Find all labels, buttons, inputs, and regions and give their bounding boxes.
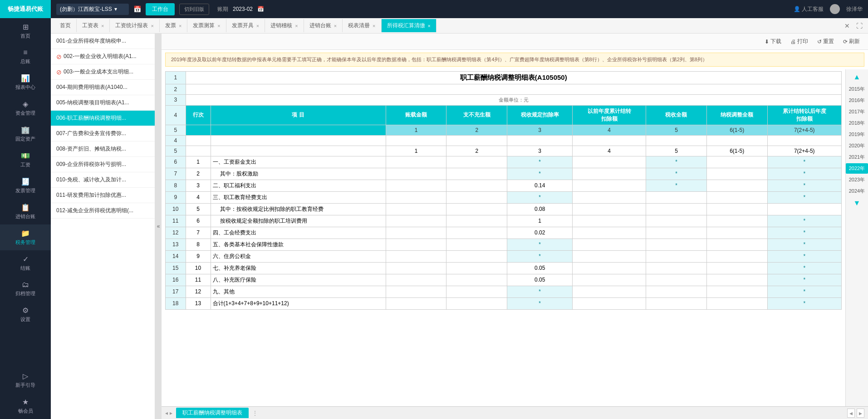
left-item-004[interactable]: 004-期间费用明细表(A1040... xyxy=(51,80,155,95)
tab-income-tax-close[interactable]: × xyxy=(428,23,431,29)
cell-16-I[interactable]: * xyxy=(767,274,841,286)
cell-14-F[interactable] xyxy=(573,250,646,262)
cell-13-C[interactable] xyxy=(386,239,446,250)
cell-16-G[interactable] xyxy=(646,274,707,286)
year-2022[interactable]: 2022年 xyxy=(846,163,868,174)
cell-17-H[interactable] xyxy=(706,286,767,297)
collapse-button[interactable]: « xyxy=(155,34,162,419)
item-9[interactable]: 三、职工教育经费支出 xyxy=(211,191,386,203)
tab-taxbook-close[interactable]: × xyxy=(373,23,375,29)
cell-18-H[interactable] xyxy=(706,297,767,309)
cell-7-F[interactable] xyxy=(573,168,646,180)
nav-right-icon[interactable]: ▸ xyxy=(170,410,172,416)
tab-salary-sheet[interactable]: 工资表 × xyxy=(77,19,110,32)
tab-invoice-close[interactable]: × xyxy=(179,23,181,29)
item-18[interactable]: 合计(1+3+4+7+8+9+10+11+12) xyxy=(211,297,386,309)
left-item-006[interactable]: 006-职工薪酬纳税调整明细... xyxy=(51,111,155,126)
cell-10-H[interactable] xyxy=(706,203,767,215)
tab-ledger[interactable]: 进销台账 × xyxy=(304,19,343,32)
cell-10-F[interactable] xyxy=(573,203,646,215)
sidebar-item-guide[interactable]: ▷ 新手引导 xyxy=(0,367,51,393)
cell-6-E[interactable]: * xyxy=(507,156,573,168)
year-up-button[interactable]: ▲ xyxy=(852,71,863,83)
cell-15-D[interactable] xyxy=(446,262,507,274)
left-item-003[interactable]: ⊘ 003-一般企业成本支出明细... xyxy=(51,64,155,80)
nav-left-icon[interactable]: ◂ xyxy=(165,410,168,416)
tab-salary-sheet-close[interactable]: × xyxy=(101,23,104,29)
item-7[interactable]: 其中：股权激励 xyxy=(211,168,386,180)
cell-12-C[interactable] xyxy=(386,227,446,239)
cell-12-D[interactable] xyxy=(446,227,507,239)
cell-8-C[interactable] xyxy=(386,180,446,191)
cell-8-H[interactable] xyxy=(706,180,767,191)
cell-15-G[interactable] xyxy=(646,262,707,274)
tab-invoice[interactable]: 发票 × xyxy=(160,19,187,32)
cell-12-I[interactable]: * xyxy=(767,227,841,239)
cell-4-H[interactable] xyxy=(706,135,767,146)
cell-13-D[interactable] xyxy=(446,239,507,250)
cell-4-G[interactable] xyxy=(646,135,707,146)
cell-10-G[interactable] xyxy=(646,203,707,215)
cell-14-E[interactable]: * xyxy=(507,250,573,262)
cell-5-D[interactable]: 2 xyxy=(446,146,507,156)
cell-18-D[interactable] xyxy=(446,297,507,309)
cell-7-I[interactable]: * xyxy=(767,168,841,180)
tab-invoice-open[interactable]: 发票开具 × xyxy=(226,19,265,32)
sidebar-item-ledger[interactable]: ≡ 总账 xyxy=(0,44,51,69)
year-2019[interactable]: 2019年 xyxy=(846,129,868,140)
cell-18-G[interactable] xyxy=(646,297,707,309)
cell-17-G[interactable] xyxy=(646,286,707,297)
cell-7-G[interactable]: * xyxy=(646,168,707,180)
cell-14-C[interactable] xyxy=(386,250,446,262)
cell-5-E[interactable]: 3 xyxy=(507,146,573,156)
tab-audit[interactable]: 进销稽核 × xyxy=(265,19,304,32)
tab-invoice-open-close[interactable]: × xyxy=(256,23,259,29)
year-2020[interactable]: 2020年 xyxy=(846,141,868,151)
tab-taxbook[interactable]: 税表清册 × xyxy=(343,19,381,32)
cell-11-F[interactable] xyxy=(573,215,646,227)
sidebar-item-invoice[interactable]: 🧾 发票管理 xyxy=(0,173,51,199)
cell-13-E[interactable]: * xyxy=(507,239,573,250)
year-down-button[interactable]: ▼ xyxy=(852,197,863,209)
item-16[interactable]: 八、补充医疗保险 xyxy=(211,274,386,286)
left-item-011[interactable]: 011-研发费用加计扣除优惠... xyxy=(51,188,155,203)
item-11[interactable]: 按税收规定全额扣除的职工培训费用 xyxy=(211,215,386,227)
cell-8-D[interactable] xyxy=(446,180,507,191)
item-13[interactable]: 五、各类基本社会保障性缴款 xyxy=(211,239,386,250)
cell-7-H[interactable] xyxy=(706,168,767,180)
reset-button[interactable]: ↺ 重置 xyxy=(814,36,837,47)
tab-salary-report[interactable]: 工资统计报表 × xyxy=(110,19,159,32)
cell-15-I[interactable]: * xyxy=(767,262,841,274)
cell-18-F[interactable] xyxy=(573,297,646,309)
cell-12-G[interactable] xyxy=(646,227,707,239)
cell-10-I[interactable] xyxy=(767,203,841,215)
cell-16-D[interactable] xyxy=(446,274,507,286)
cell-17-F[interactable] xyxy=(573,286,646,297)
item-17[interactable]: 九、其他 xyxy=(211,286,386,297)
cell-11-I[interactable]: * xyxy=(767,215,841,227)
cell-5-H[interactable]: 6(1-5) xyxy=(706,146,767,156)
cell-11-C[interactable] xyxy=(386,215,446,227)
refresh-button[interactable]: ⟳ 刷新 xyxy=(840,36,863,47)
sidebar-item-settings[interactable]: ⚙ 设置 xyxy=(0,302,51,327)
cell-12-E[interactable]: 0.02 xyxy=(507,227,573,239)
cell-17-D[interactable] xyxy=(446,286,507,297)
cell-5-G[interactable]: 5 xyxy=(646,146,707,156)
left-item-001[interactable]: 001-企业所得税年度纳税申... xyxy=(51,34,155,49)
cell-9-I[interactable]: * xyxy=(767,191,841,203)
tab-expand-btn[interactable]: ⛶ xyxy=(854,21,864,30)
tab-invoice-calc[interactable]: 发票测算 × xyxy=(187,19,226,32)
cell-6-F[interactable] xyxy=(573,156,646,168)
cell-17-E[interactable]: * xyxy=(507,286,573,297)
cell-6-I[interactable]: * xyxy=(767,156,841,168)
cell-4-F[interactable] xyxy=(573,135,646,146)
cell-18-C[interactable] xyxy=(386,297,446,309)
cell-9-D[interactable] xyxy=(446,191,507,203)
cell-10-C[interactable] xyxy=(386,203,446,215)
item-8[interactable]: 二、职工福利支出 xyxy=(211,180,386,191)
tab-salary-report-close[interactable]: × xyxy=(151,23,153,29)
cell-13-H[interactable] xyxy=(706,239,767,250)
item-4[interactable] xyxy=(211,135,386,146)
cell-17-I[interactable]: * xyxy=(767,286,841,297)
tab-audit-close[interactable]: × xyxy=(295,23,298,29)
